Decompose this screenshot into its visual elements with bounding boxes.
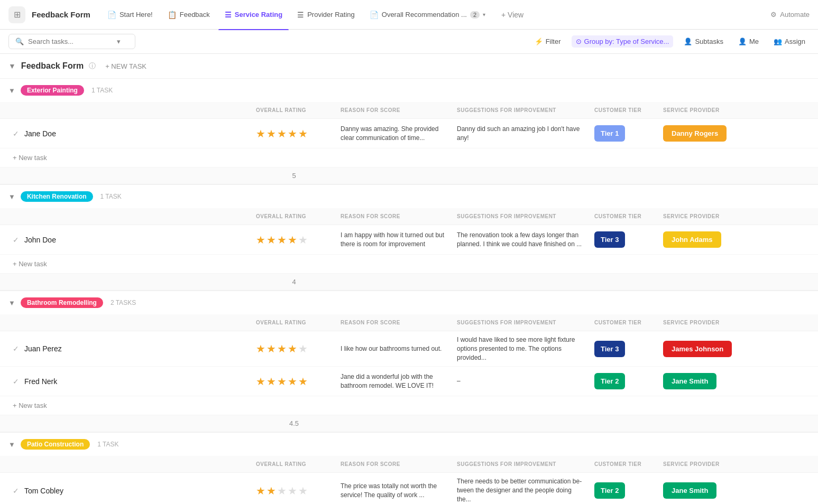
group-toggle-patio-construction-icon[interactable]: ▼ [8, 441, 15, 449]
group-toggle-kitchen-renovation-icon[interactable]: ▼ [8, 193, 15, 201]
col-service-provider-patio-construction: SERVICE PROVIDER [659, 458, 754, 470]
col-name-patio-construction [8, 458, 252, 470]
task-tier-badge-0-0: Tier 1 [594, 125, 625, 142]
task-tier-badge-2-1: Tier 2 [594, 373, 625, 389]
star-3: ★ [277, 484, 287, 497]
task-check-icon-0-0[interactable]: ✓ [13, 129, 19, 138]
subtotal-row-bathroom-remodelling: 4.5 [0, 415, 818, 432]
subtasks-button[interactable]: 👤 Subtasks [679, 35, 727, 48]
tab-feedback[interactable]: 📋 Feedback [161, 4, 216, 25]
tab-more-chevron-icon[interactable]: ▾ [483, 12, 485, 17]
new-task-button[interactable]: + NEW TASK [105, 62, 146, 70]
me-button[interactable]: 👤 Me [734, 35, 763, 48]
search-box[interactable]: 🔍 ▾ [8, 34, 135, 49]
group-patio-construction: ▼ Patio Construction 1 TASK OVERALL RATI… [0, 433, 818, 504]
search-chevron-icon[interactable]: ▾ [117, 38, 121, 45]
tab-start-here[interactable]: 📄 Start Here! [101, 4, 159, 25]
star-3: ★ [277, 342, 287, 355]
group-by-button[interactable]: ⊙ Group by: Type of Service... [572, 35, 674, 48]
col-suggestions-exterior-painting: SUGGESTIONS FOR IMPROVEMENT [453, 104, 590, 116]
star-4: ★ [288, 375, 297, 388]
new-task-row-exterior-painting[interactable]: + New task [0, 148, 818, 167]
tab-feedback-icon: 📋 [168, 11, 177, 19]
table-row: ✓ John Doe ★★★★★ I am happy with how it … [0, 225, 818, 255]
table-row: ✓ Tom Cobley ★★★★★ The price was totally… [0, 473, 818, 504]
tab-service-rating-icon: ☰ [225, 11, 232, 19]
star-1: ★ [256, 375, 265, 388]
tab-service-rating-label: Service Rating [235, 11, 282, 18]
project-header: ▼ Feedback Form ⓘ + NEW TASK [0, 54, 818, 79]
task-tier-cell-3-0: Tier 2 [590, 480, 659, 501]
col-name-kitchen-renovation [8, 210, 252, 222]
app-icon-symbol: ⊞ [14, 10, 21, 20]
task-name-cell-2-1: ✓ Fred Nerk [8, 372, 252, 391]
project-info-icon[interactable]: ⓘ [89, 61, 96, 71]
filter-button[interactable]: ⚡ Filter [530, 35, 565, 48]
task-check-icon-3-0[interactable]: ✓ [13, 487, 19, 495]
star-3: ★ [277, 375, 287, 388]
subtotal-empty-bathroom-remodelling [8, 415, 252, 432]
group-toggle-exterior-painting-icon[interactable]: ▼ [8, 87, 15, 95]
filter-icon: ⚡ [535, 38, 543, 45]
col-customer-tier-kitchen-renovation: CUSTOMER TIER [590, 210, 659, 222]
tab-provider-rating[interactable]: ☰ Provider Rating [291, 4, 361, 25]
task-check-icon-2-0[interactable]: ✓ [13, 344, 19, 353]
task-provider-cell-2-1: Jane Smith [659, 371, 754, 391]
star-4: ★ [288, 484, 297, 497]
task-tier-cell-0-0: Tier 1 [590, 123, 659, 144]
tab-service-rating[interactable]: ☰ Service Rating [218, 4, 289, 25]
project-title: Feedback Form [21, 61, 84, 71]
tab-bar: ⊞ Feedback Form 📄 Start Here! 📋 Feedback… [0, 0, 818, 30]
add-view-button[interactable]: + View [496, 7, 529, 22]
col-service-provider-bathroom-remodelling: SERVICE PROVIDER [659, 316, 754, 329]
assign-button[interactable]: 👥 Assign [769, 35, 810, 48]
new-task-row-bathroom-remodelling[interactable]: + New task [0, 396, 818, 415]
task-provider-badge-3-0: Jane Smith [663, 482, 716, 499]
search-input[interactable] [28, 38, 113, 45]
star-2: ★ [266, 342, 276, 355]
task-stars-3-0: ★★★★★ [252, 480, 336, 501]
task-tier-cell-2-1: Tier 2 [590, 371, 659, 391]
new-task-row-kitchen-renovation[interactable]: + New task [0, 255, 818, 274]
task-provider-cell-3-0: Jane Smith [659, 480, 754, 501]
task-tier-badge-3-0: Tier 2 [594, 482, 625, 499]
subtasks-icon: 👤 [684, 38, 692, 45]
star-1: ★ [256, 127, 265, 140]
task-tier-cell-2-0: Tier 3 [590, 339, 659, 359]
table-row: ✓ Juan Perez ★★★★★ I like how our bathro… [0, 331, 818, 367]
tab-overall-recommendation[interactable]: 📄 Overall Recommendation ... 2 ▾ [363, 4, 492, 25]
table-row: ✓ Fred Nerk ★★★★★ Jane did a wonderful j… [0, 367, 818, 396]
task-check-icon-2-1[interactable]: ✓ [13, 377, 19, 386]
automate-button[interactable]: ⚙ Automate [770, 11, 810, 18]
col-reason-kitchen-renovation: REASON FOR SCORE [336, 210, 453, 222]
star-5: ★ [298, 127, 308, 140]
tab-overall-recommendation-label: Overall Recommendation ... [382, 11, 467, 18]
col-customer-tier-patio-construction: CUSTOMER TIER [590, 458, 659, 470]
task-check-icon-1-0[interactable]: ✓ [13, 236, 19, 244]
star-5: ★ [298, 234, 308, 246]
star-3: ★ [277, 234, 287, 246]
group-header-kitchen-renovation: ▼ Kitchen Renovation 1 TASK [0, 185, 818, 208]
tab-start-here-label: Start Here! [120, 11, 153, 18]
project-toggle-icon[interactable]: ▼ [8, 62, 16, 70]
group-label-kitchen-renovation: Kitchen Renovation [21, 191, 93, 202]
task-name-3-0: Tom Cobley [24, 487, 63, 495]
filter-label: Filter [546, 38, 561, 45]
task-provider-badge-0-0: Danny Rogers [663, 125, 727, 142]
star-rating: ★★★★★ [252, 229, 336, 250]
tab-provider-rating-icon: ☰ [297, 11, 304, 19]
group-count-exterior-painting: 1 TASK [91, 87, 113, 94]
group-toggle-bathroom-remodelling-icon[interactable]: ▼ [8, 299, 15, 307]
task-stars-2-1: ★★★★★ [252, 371, 336, 392]
col-customer-tier-exterior-painting: CUSTOMER TIER [590, 104, 659, 116]
group-header-exterior-painting: ▼ Exterior Painting 1 TASK [0, 79, 818, 102]
task-provider-badge-2-0: James Johnson [663, 341, 732, 357]
col-reason-exterior-painting: REASON FOR SCORE [336, 104, 453, 116]
star-rating: ★★★★★ [252, 480, 336, 501]
star-5: ★ [298, 484, 308, 497]
automate-icon: ⚙ [770, 11, 777, 18]
assign-label: Assign [785, 38, 805, 45]
col-name-bathroom-remodelling [8, 316, 252, 329]
col-headers-kitchen-renovation: OVERALL RATING REASON FOR SCORE SUGGESTI… [0, 208, 818, 225]
subtotal-row-exterior-painting: 5 [0, 167, 818, 184]
